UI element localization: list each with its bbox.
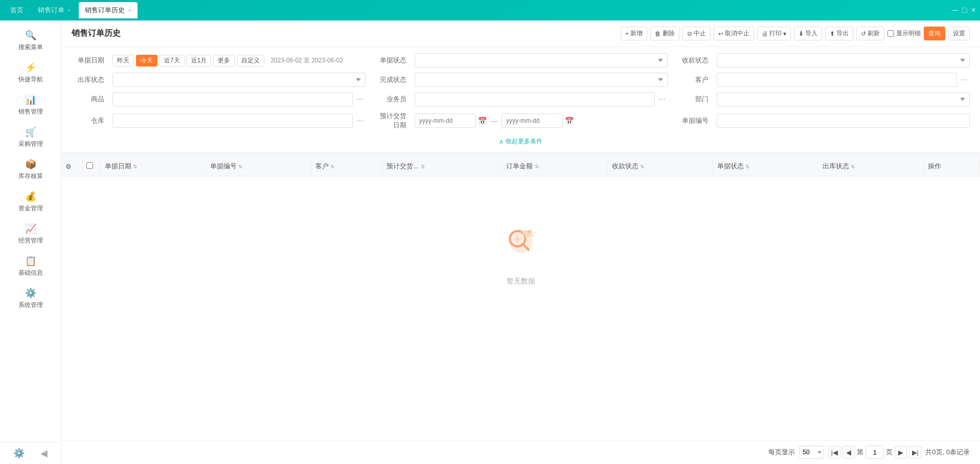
page-header: 销售订单历史 + 新增 🗑 删除 ⊘ 中止 ↩ 取消中止 [61,20,980,47]
department-select[interactable] [717,92,970,106]
warehouse-input[interactable] [112,114,353,128]
settings-button[interactable]: 设置 [948,27,970,40]
delivery-date-from-calendar[interactable]: 📅 [478,117,487,125]
delete-button[interactable]: 🗑 删除 [650,27,679,40]
complete-status-label: 完成状态 [374,75,406,84]
sort-billstatus-icon[interactable]: ⇅ [745,164,749,169]
bill-status-select[interactable] [415,53,668,68]
close-tab-sales-order[interactable]: × [67,7,71,13]
sidebar: 🔍 搜索菜单 ⚡ 快捷导航 📊 销售管理 🛒 采购管理 📦 库存核算 💰 资金管… [0,20,61,464]
customer-input[interactable] [717,73,957,87]
salesperson-value: ··· [415,92,668,106]
th-checkbox[interactable] [82,157,100,176]
sidebar-item-system-mgmt[interactable]: ⚙️ 系统管理 [0,282,61,315]
sidebar-item-sales-mgmt[interactable]: 📊 销售管理 [0,89,61,121]
close-button[interactable]: × [971,6,976,15]
th-delivery-date: 预计交货... ⇅ [382,157,502,176]
close-tab-sales-order-history[interactable]: × [128,7,131,13]
date-last1m[interactable]: 近1月 [187,55,212,67]
date-more[interactable]: 更多 [213,55,235,67]
pagination: 每页显示 10 20 50 100 |◀ ◀ 第 页 ▶ ▶| 共0页, 0条记… [61,440,980,464]
sidebar-item-basic-info[interactable]: 📋 基础信息 [0,250,61,282]
date-today[interactable]: 今天 [136,55,157,67]
svg-point-7 [531,234,534,237]
date-shortcuts: 昨天 今天 近7天 近1月 更多 自定义 [112,55,264,67]
export-button[interactable]: ⬆ 导出 [825,27,853,40]
next-page-button[interactable]: ▶ [895,446,907,458]
delivery-date-label: 预计交货日期 [374,112,406,130]
svg-point-8 [534,232,535,233]
new-button[interactable]: + 新增 [621,27,647,40]
refresh-button[interactable]: ↺ 刷新 [856,27,884,40]
tab-sales-order[interactable]: 销售订单 × [32,2,77,18]
sort-customer-icon[interactable]: ⇅ [330,164,334,169]
outbound-status-select[interactable] [112,73,366,87]
complete-status-select[interactable] [415,73,668,87]
th-bill-no: 单据编号 ⇅ [206,157,311,176]
sidebar-item-purchase-mgmt[interactable]: 🛒 采购管理 [0,121,61,153]
tab-sales-order-history[interactable]: 销售订单历史 × [79,2,137,18]
customer-ellipsis[interactable]: ··· [959,75,970,84]
stop-icon: ⊘ [687,30,692,37]
minimize-button[interactable]: ─ [952,6,958,15]
sort-amount-icon[interactable]: ⇅ [535,164,539,169]
salesperson-input[interactable] [415,92,655,106]
product-ellipsis[interactable]: ··· [355,95,366,104]
table-settings-icon[interactable]: ⚙ [65,163,72,170]
product-input[interactable] [112,92,353,106]
outbound-status-value [112,73,366,87]
page-number-input[interactable] [865,446,884,459]
sidebar-item-search-menu[interactable]: 🔍 搜索菜单 [0,25,61,57]
sort-outbound-icon[interactable]: ⇅ [851,164,855,169]
delivery-date-from[interactable] [415,114,476,128]
import-button[interactable]: ⬇ 导入 [794,27,822,40]
sort-date-icon[interactable]: ⇅ [133,164,137,169]
empty-icon [495,217,546,269]
outbound-status-label: 出库状态 [72,75,104,84]
table-area: ⚙ 单据日期 ⇅ 单据编号 ⇅ [61,157,980,440]
sidebar-item-operations[interactable]: 📈 经营管理 [0,218,61,250]
display-details-checkbox[interactable]: 显示明细 [887,29,921,38]
first-page-button[interactable]: |◀ [828,446,840,458]
date-last7[interactable]: 近7天 [159,55,185,67]
sidebar-item-quick-nav[interactable]: ⚡ 快捷导航 [0,57,61,89]
date-filter-label: 单据日期 [72,56,104,65]
display-details-input[interactable] [887,30,894,37]
sidebar-collapse-icon[interactable]: ◀ [40,448,48,459]
sidebar-settings-icon[interactable]: ⚙️ [13,448,25,459]
sort-billno-icon[interactable]: ⇅ [238,164,242,169]
date-yesterday[interactable]: 昨天 [112,55,134,67]
maximize-button[interactable]: □ [962,6,967,15]
th-settings[interactable]: ⚙ [61,157,82,176]
prev-page-button[interactable]: ◀ [842,446,855,458]
collapse-row[interactable]: ∧ 收起更多条件 [72,135,970,146]
delivery-date-to[interactable] [502,114,563,128]
warehouse-ellipsis[interactable]: ··· [355,116,366,125]
filter-row-4: 仓库 ··· 预计交货日期 📅 — 📅 单据编号 [72,112,970,130]
tab-home[interactable]: 首页 [4,2,30,18]
import-icon: ⬇ [799,30,804,37]
cancel-stop-button[interactable]: ↩ 取消中止 [714,27,754,40]
select-all-checkbox[interactable] [86,162,93,169]
delivery-date-to-calendar[interactable]: 📅 [565,117,574,125]
print-button[interactable]: 🖨 打印 ▾ [757,27,791,40]
sort-payment-icon[interactable]: ⇅ [640,164,644,169]
filter-row-2: 出库状态 完成状态 客户 ··· [72,73,970,87]
sales-mgmt-icon: 📊 [25,94,36,105]
sidebar-item-inventory[interactable]: 📦 库存核算 [0,153,61,186]
per-page-select[interactable]: 10 20 50 100 [799,446,824,459]
query-button[interactable]: 查询 [924,27,945,40]
sort-delivery-icon[interactable]: ⇅ [421,164,425,169]
payment-status-select[interactable] [717,53,970,68]
stop-button[interactable]: ⊘ 中止 [682,27,711,40]
date-custom[interactable]: 自定义 [237,55,264,67]
bill-number-input[interactable] [717,114,970,128]
salesperson-ellipsis[interactable]: ··· [657,95,668,104]
last-page-button[interactable]: ▶| [909,446,921,458]
sidebar-item-finance[interactable]: 💰 资金管理 [0,186,61,218]
th-outbound-status: 出库状态 ⇅ [818,157,923,176]
th-payment-status: 收款状态 ⇅ [607,157,713,176]
delivery-date-value: 📅 — 📅 [415,114,668,128]
bill-status-label: 单据状态 [374,56,406,65]
date-filter-value: 昨天 今天 近7天 近1月 更多 自定义 2023-06-02 至 2023-0… [112,55,366,67]
